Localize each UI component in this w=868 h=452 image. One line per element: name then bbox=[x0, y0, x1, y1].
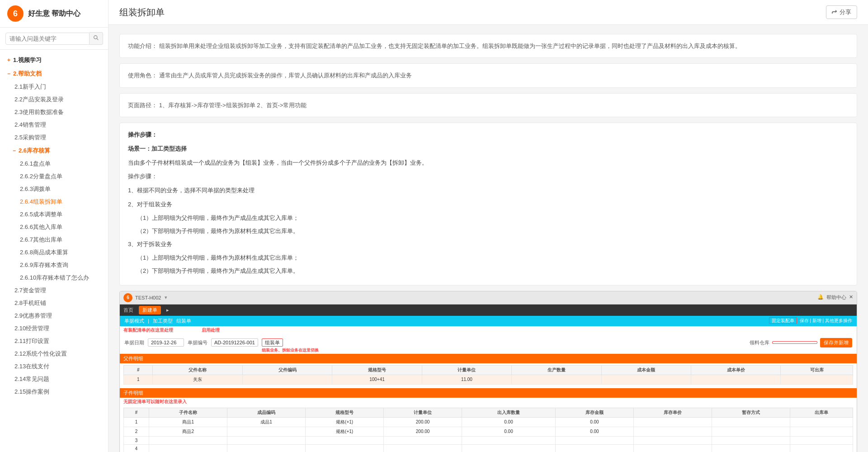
mock-num-label: 单据编号 bbox=[188, 339, 208, 346]
ops-steps-label: 操作步骤： bbox=[128, 171, 849, 182]
sidebar-item-mobile[interactable]: 2.8手机旺铺 bbox=[0, 297, 108, 309]
sidebar-item-cases[interactable]: 2.15操作案例 bbox=[0, 385, 108, 398]
mock-table2-header-row: # 子件名称 成品编码 规格型号 计量单位 出入库数量 库存金额 库存单价 暂存… bbox=[124, 408, 853, 417]
sidebar-item-inventory-query[interactable]: 2.6.9库存账本查询 bbox=[0, 259, 108, 271]
sidebar-item-sales[interactable]: 2.4销售管理 bbox=[0, 119, 108, 131]
ops-label: 操作步骤： bbox=[128, 129, 849, 141]
mock-warehouse-area: 领料仓库 保存并新增 bbox=[750, 338, 852, 347]
sidebar-item-partial-stocktake[interactable]: 2.6.2分量盘点单 bbox=[0, 170, 108, 183]
prefix-open-icon: − bbox=[7, 71, 10, 77]
sidebar-item-other-in[interactable]: 2.6.6其他入库单 bbox=[0, 221, 108, 233]
ann-text-2: 组装业务、拆卸业务在这里切换 bbox=[262, 347, 319, 353]
ann-text-4: 无固定清单可以随时在这里录入 bbox=[120, 398, 857, 406]
svg-line-1 bbox=[97, 38, 98, 40]
mock-t2-th-spec: 规格型号 bbox=[306, 408, 384, 417]
mock-tab-new: 新建单 bbox=[139, 306, 161, 314]
sidebar-item-cost-adjust[interactable]: 2.6.5成本调整单 bbox=[0, 208, 108, 221]
mock-warehouse-val bbox=[772, 341, 817, 344]
mock-th-cost-amt: 成本金额 bbox=[601, 365, 691, 375]
mock-confirm-btn[interactable]: 保存并新增 bbox=[820, 338, 852, 347]
mock-logo: 6 bbox=[123, 293, 132, 302]
mock-td-cost-amt bbox=[601, 375, 691, 384]
sidebar: 6 好生意 帮助中心 + 1.视频学习 − 2.帮助文档 2.1新手入门 2.2… bbox=[0, 0, 108, 452]
mock-table2: # 子件名称 成品编码 规格型号 计量单位 出入库数量 库存金额 库存单价 暂存… bbox=[123, 408, 853, 452]
mock-date-val: 2019-12-26 bbox=[148, 338, 184, 347]
mock-title: TEST-H002 bbox=[135, 295, 161, 300]
sidebar-item-payment[interactable]: 2.13在线支付 bbox=[0, 360, 108, 373]
sidebar-item-finance[interactable]: 2.7资金管理 bbox=[0, 284, 108, 297]
sidebar-item-inventory[interactable]: − 2.6库存核算 bbox=[0, 144, 108, 157]
app-name: 好生意 帮助中心 bbox=[28, 9, 80, 19]
table-row: 2 商品2 规格(+1) 200.00 0.00 0.00 bbox=[124, 427, 853, 436]
path-label: 页面路径： bbox=[128, 102, 157, 109]
mock-titlebar: 6 TEST-H002 ▾ 🔔 帮助中心 ✕ bbox=[120, 291, 857, 305]
sidebar-item-faq[interactable]: 2.14常见问题 bbox=[0, 373, 108, 385]
sidebar-item-inventory-error[interactable]: 2.6.10库存账本错了怎么办 bbox=[0, 271, 108, 284]
mock-t2-td-name1: 商品1 bbox=[149, 417, 227, 427]
mock-teal-header: 单据模式 | 加工类型 组装单 固定装配单 保存 | 新增 | 其他更多操作 bbox=[120, 316, 857, 326]
mock-section-orange-2: 子件明细 bbox=[120, 388, 857, 398]
mock-td-cost-price bbox=[691, 375, 780, 384]
mock-table1-header-row: # 父件名称 父件编码 规格型号 计量单位 生产数量 成本金额 成本单价 可出库 bbox=[124, 365, 853, 375]
table-row: 3 bbox=[124, 436, 853, 444]
sidebar-item-transfer[interactable]: 2.6.3调拨单 bbox=[0, 183, 108, 195]
search-bar[interactable] bbox=[0, 28, 108, 50]
mock-t2-th-temp: 暂存方式 bbox=[712, 408, 790, 417]
role-label: 使用角色： bbox=[128, 72, 157, 79]
mock-t2-th-inout-qty: 出入库数量 bbox=[462, 408, 556, 417]
sidebar-item-stocktake[interactable]: 2.6.1盘点单 bbox=[0, 157, 108, 170]
search-icon bbox=[93, 35, 99, 41]
mock-section-orange: 父件明细 bbox=[120, 354, 857, 363]
share-button[interactable]: 分享 bbox=[826, 5, 857, 19]
ops-section: 操作步骤： 场景一：加工类型选择 当由多个子件材料组装成一个成品的业务为【组装】… bbox=[119, 123, 857, 285]
path-text: 1、库存核算->库存管理->组装拆卸单 2、首页->常用功能 bbox=[159, 102, 307, 109]
mock-t2-th-doc: 出库单 bbox=[790, 408, 853, 417]
sidebar-item-docs[interactable]: − 2.帮助文档 bbox=[0, 67, 108, 81]
sidebar-item-install[interactable]: 2.2产品安装及登录 bbox=[0, 93, 108, 106]
screenshot-container: 6 TEST-H002 ▾ 🔔 帮助中心 ✕ 首页 新建单 ▸ bbox=[119, 291, 857, 452]
sidebar-item-newbie[interactable]: 2.1新手入门 bbox=[0, 81, 108, 93]
mock-td-code bbox=[242, 375, 332, 384]
search-input[interactable] bbox=[5, 33, 90, 45]
sidebar-item-print[interactable]: 2.11打印设置 bbox=[0, 335, 108, 347]
mock-t2-td-code1: 成品1 bbox=[227, 417, 306, 427]
sidebar-item-operations[interactable]: 2.10经营管理 bbox=[0, 322, 108, 335]
content-area: 功能介绍： 组装拆卸单用来处理企业组装或拆卸等加工业务，支持有固定装配清单的产品… bbox=[108, 25, 868, 452]
search-button[interactable] bbox=[90, 32, 103, 45]
mock-table1: # 父件名称 父件编码 规格型号 计量单位 生产数量 成本金额 成本单价 可出库 bbox=[123, 365, 853, 385]
sidebar-item-purchase[interactable]: 2.5采购管理 bbox=[0, 131, 108, 144]
page-title: 组装拆卸单 bbox=[119, 6, 165, 19]
mock-t2-th-num: # bbox=[124, 408, 149, 417]
mock-teal-actions: 固定装配单 保存 | 新增 | 其他更多操作 bbox=[769, 318, 852, 324]
mock-td-name: 关东 bbox=[153, 375, 242, 384]
mock-icons-row: 🔔 帮助中心 ✕ bbox=[817, 294, 853, 301]
mock-td-unit: 11.00 bbox=[422, 375, 511, 384]
mock-t2-th-stock-amt: 库存金额 bbox=[555, 408, 633, 417]
sidebar-item-video[interactable]: + 1.视频学习 bbox=[0, 53, 108, 67]
step2-1: （1）上部明细为父件明细，最终作为产成品生成其它入库单； bbox=[128, 213, 849, 224]
mock-th-cost-price: 成本单价 bbox=[691, 365, 780, 375]
sidebar-item-data-prep[interactable]: 2.3使用前数据准备 bbox=[0, 106, 108, 119]
sidebar-item-coupon[interactable]: 2.9优惠券管理 bbox=[0, 309, 108, 322]
sidebar-item-cost-recalc[interactable]: 2.6.8商品成本重算 bbox=[0, 246, 108, 259]
sidebar-item-other-out[interactable]: 2.6.7其他出库单 bbox=[0, 233, 108, 246]
inventory-prefix-icon: − bbox=[13, 147, 16, 154]
sidebar-item-personalize[interactable]: 2.12系统个性化设置 bbox=[0, 347, 108, 360]
mock-th-prod-qty: 生产数量 bbox=[512, 365, 601, 375]
mock-td-avail bbox=[781, 375, 853, 384]
sidebar-item-assembly[interactable]: 2.6.4组装拆卸单 bbox=[0, 195, 108, 208]
mock-td-1: 1 bbox=[124, 375, 153, 384]
mock-form-type-label: 加工类型 bbox=[153, 318, 173, 324]
mock-date-label: 单据日期 bbox=[124, 339, 144, 346]
intro-label: 功能介绍： bbox=[128, 43, 157, 49]
mock-help-icon: 帮助中心 bbox=[826, 294, 846, 301]
ann-box-area: 固定装配单 bbox=[769, 318, 797, 324]
mock-fixed-bom-btn: 固定装配单 bbox=[769, 317, 797, 324]
mock-nav: 首页 新建单 ▸ bbox=[120, 305, 857, 316]
screenshot-inner: 6 TEST-H002 ▾ 🔔 帮助中心 ✕ 首页 新建单 ▸ bbox=[120, 291, 857, 452]
mock-t2-th-child-code: 成品编码 bbox=[227, 408, 306, 417]
mock-t2-td-inout1: 0.00 bbox=[462, 417, 556, 427]
role-text: 通常由生产人员或库管人员完成拆装业务的操作，库管人员确认原材料的出库和产成品的入… bbox=[159, 72, 412, 79]
mock-th-parent-name: 父件名称 bbox=[153, 365, 242, 375]
mock-t2-td-doc1 bbox=[790, 417, 853, 427]
